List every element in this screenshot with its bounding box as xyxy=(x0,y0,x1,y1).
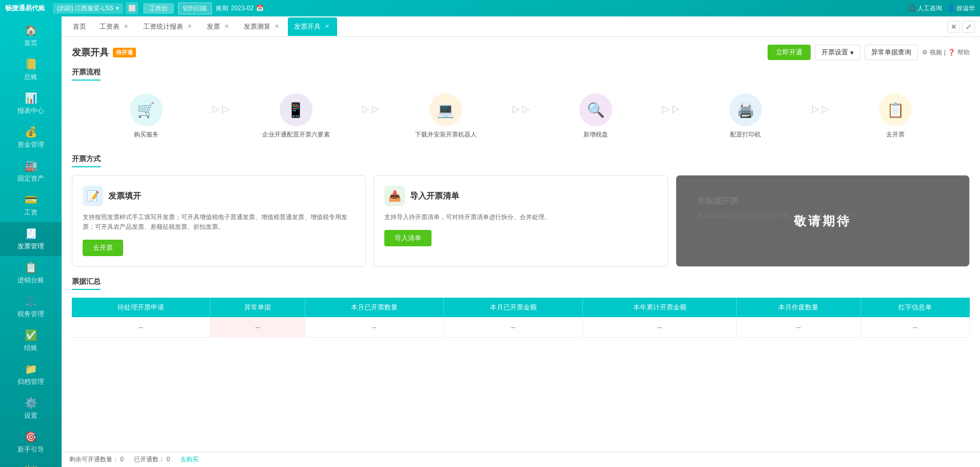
settings-circle-icon[interactable]: ⚙ xyxy=(922,49,928,56)
connector-2: ▷ ▷ xyxy=(360,103,382,114)
flow-step-download-robot[interactable]: 💻 下载并安装开票机器人 xyxy=(382,93,509,139)
tab-close-all-button[interactable]: ✕ xyxy=(948,21,960,33)
workbench-button[interactable]: 工作台 xyxy=(143,3,174,14)
tab-salary-close[interactable]: ✕ xyxy=(122,23,130,30)
buy-more-link[interactable]: 去购买 xyxy=(180,455,199,464)
opened-label: 已开通数： 0 xyxy=(134,455,170,464)
sidebar-item-purchase-sales[interactable]: 📋 进销台账 xyxy=(0,256,62,290)
tab-restore-button[interactable]: ⤢ xyxy=(963,21,975,33)
add-taxbox-icon: 🔍 xyxy=(579,93,612,126)
flow-section: 开票流程 🛒 购买服务 ▷ ▷ 📱 企业开通配置开票六要素 ▷ ▷ 💻 下载并安 xyxy=(72,68,970,144)
flow-steps: 🛒 购买服务 ▷ ▷ 📱 企业开通配置开票六要素 ▷ ▷ 💻 下载并安装开票机器… xyxy=(72,88,970,144)
top-bar: 畅捷通易代账 (勿副) 江西服室-LSS ▾ ⬜ 工作台 切到旧版 账期 202… xyxy=(0,0,980,16)
flow-step-enterprise-setup[interactable]: 📱 企业开通配置开票六要素 xyxy=(232,93,360,139)
tab-home[interactable]: 首页 xyxy=(67,17,92,36)
sidebar-item-invoice-mgmt[interactable]: 🧾 发票管理 xyxy=(0,222,62,256)
add-taxbox-label: 新增税盘 xyxy=(583,130,608,139)
sidebar-label-archive: 归档管理 xyxy=(17,377,44,386)
copy-icon[interactable]: ⬜ xyxy=(126,2,138,14)
flow-step-add-taxbox[interactable]: 🔍 新增税盘 xyxy=(532,93,660,139)
page-header-right: 立即开通 开票设置 ▾ 异常单据查询 ⚙ 视频 | ❓ 帮助 xyxy=(768,45,970,60)
help-icon[interactable]: ❓ xyxy=(948,49,955,56)
member-icon: 👑 xyxy=(25,464,37,467)
tab-invoice-tool[interactable]: 发票开具 ✕ xyxy=(288,17,337,36)
col-month-void: 本月作废数量 xyxy=(736,298,860,317)
manual-invoice-icon: 📝 xyxy=(83,186,103,206)
tab-salary-report[interactable]: 工资统计报表 ✕ xyxy=(137,17,200,36)
invoice-mgmt-icon: 🧾 xyxy=(25,227,37,240)
sidebar-label-purchase-sales: 进销台账 xyxy=(17,276,44,285)
sidebar-item-ledger[interactable]: 📒 总账 xyxy=(0,53,62,87)
sidebar-item-settlement[interactable]: ✅ 结账 xyxy=(0,324,62,358)
sidebar-item-settings[interactable]: ⚙️ 设置 xyxy=(0,392,62,425)
sidebar-item-home[interactable]: 🏠 首页 xyxy=(0,19,62,53)
download-robot-icon: 💻 xyxy=(429,93,462,126)
funds-icon: 💰 xyxy=(25,126,37,138)
sidebar-item-guide[interactable]: 🎯 新手引导 xyxy=(0,425,62,459)
period-edit-icon[interactable]: 📅 xyxy=(256,5,264,12)
download-robot-label: 下载并安装开票机器人 xyxy=(415,130,477,139)
tab-invoice-calc-label: 发票测算 xyxy=(244,22,270,31)
import-list-button[interactable]: 导入清单 xyxy=(384,230,432,246)
col-red-info: 红字信息单 xyxy=(860,298,969,317)
open-settings-button[interactable]: 开票设置 ▾ xyxy=(815,45,860,60)
sidebar-item-funds[interactable]: 💰 资金管理 xyxy=(0,121,62,154)
open-now-button[interactable]: 立即开通 xyxy=(768,45,811,60)
tab-invoice-tool-close[interactable]: ✕ xyxy=(323,23,331,30)
sidebar-item-reports[interactable]: 📊 报表中心 xyxy=(0,87,62,121)
go-invoice-button[interactable]: 去开票 xyxy=(83,240,123,256)
headset-icon: 🎧 xyxy=(908,5,916,12)
tab-invoice-close[interactable]: ✕ xyxy=(223,23,230,30)
view-toggle: ⚙ 视频 | ❓ 帮助 xyxy=(922,48,970,57)
cell-1-7: -- xyxy=(860,317,969,338)
reports-icon: 📊 xyxy=(25,92,37,104)
sidebar-item-archive[interactable]: 📁 归档管理 xyxy=(0,358,62,392)
remaining-value: 0 xyxy=(120,456,124,463)
cell-1-4: -- xyxy=(444,317,583,338)
flow-step-buy-service[interactable]: 🛒 购买服务 xyxy=(82,93,210,139)
tab-invoice-label: 发票 xyxy=(207,22,220,31)
user-profile[interactable]: 👤 徐溢华 xyxy=(947,4,975,13)
enterprise-setup-label: 企业开通配置开票六要素 xyxy=(262,130,330,139)
tab-salary-report-label: 工资统计报表 xyxy=(143,22,183,31)
sidebar-label-funds: 资金管理 xyxy=(17,140,44,149)
summary-table: 待处理开票申请 异常单据 本月已开票数量 本月已开票金额 本年累计开票金额 本月… xyxy=(72,298,970,338)
open-settings-label: 开票设置 xyxy=(821,48,848,57)
sidebar-item-tax[interactable]: ⚖️ 税务管理 xyxy=(0,290,62,324)
purchase-sales-icon: 📋 xyxy=(25,261,37,274)
sidebar-item-assets[interactable]: 🏭 固定资产 xyxy=(0,154,62,188)
settings-dropdown-icon: ▾ xyxy=(850,49,854,56)
switch-old-button[interactable]: 切到旧版 xyxy=(178,3,212,14)
guide-icon: 🎯 xyxy=(25,431,37,443)
issue-invoice-label: 去开票 xyxy=(886,130,905,139)
abnormal-query-button[interactable]: 异常单据查询 xyxy=(865,45,918,60)
col-year-amount: 本年累计开票金额 xyxy=(583,298,737,317)
company-selector[interactable]: (勿副) 江西服室-LSS ▾ xyxy=(53,3,123,14)
flow-step-config-printer[interactable]: 🖨️ 配置打印机 xyxy=(682,93,810,139)
col-month-amount: 本月已开票金额 xyxy=(444,298,583,317)
buy-service-icon: 🛒 xyxy=(130,93,163,126)
tab-bar-right: ✕ ⤢ xyxy=(948,21,975,33)
tab-invoice-calc-close[interactable]: ✕ xyxy=(273,23,281,30)
tab-salary-report-close[interactable]: ✕ xyxy=(186,23,193,30)
cell-1-3: -- xyxy=(305,317,444,338)
col-month-qty: 本月已开票数量 xyxy=(305,298,444,317)
tab-salary[interactable]: 工资表 ✕ xyxy=(93,17,136,36)
sidebar-item-member[interactable]: 👑 畅会员 xyxy=(0,459,62,467)
period-area: 账期 2023-02 📅 xyxy=(216,4,264,13)
sidebar-label-assets: 固定资产 xyxy=(17,174,44,183)
manual-title: 发票填开 xyxy=(108,191,141,202)
tab-invoice-calc[interactable]: 发票测算 ✕ xyxy=(238,17,287,36)
flow-step-issue-invoice[interactable]: 📋 去开票 xyxy=(832,93,959,139)
tab-invoice[interactable]: 发票 ✕ xyxy=(201,17,237,36)
page-header: 发票开具 待开通 立即开通 开票设置 ▾ 异常单据查询 ⚙ 视频 | ❓ xyxy=(72,45,970,60)
app-logo: 畅捷通易代账 xyxy=(5,4,45,13)
sidebar-item-salary[interactable]: 💳 工资 xyxy=(0,188,62,222)
archive-icon: 📁 xyxy=(25,363,37,375)
human-service-button[interactable]: 🎧 人工咨询 xyxy=(908,4,942,13)
company-dropdown-icon[interactable]: ▾ xyxy=(116,5,119,12)
status-badge: 待开通 xyxy=(113,48,136,57)
coming-soon-text: 敬请期待 xyxy=(794,213,851,229)
tax-icon: ⚖️ xyxy=(25,295,37,307)
salary-icon: 💳 xyxy=(25,193,37,206)
